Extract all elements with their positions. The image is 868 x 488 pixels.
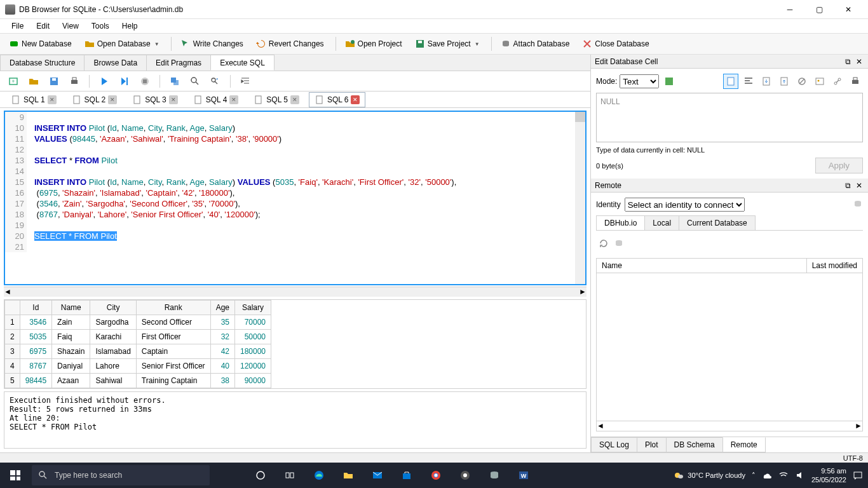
refresh-button[interactable] — [599, 238, 609, 250]
execution-log[interactable]: Execution finished without errors. Resul… — [4, 391, 587, 449]
remote-scrollbar[interactable]: ◄► — [597, 421, 862, 431]
table-row[interactable]: 25035FaiqKarachiFirst Officer3250000 — [5, 330, 271, 344]
col-rownum[interactable] — [5, 301, 20, 315]
find-button[interactable] — [187, 73, 203, 90]
bottom-tab-remote[interactable]: Remote — [722, 437, 766, 452]
new-database-button[interactable]: +New Database — [4, 37, 77, 51]
sql-tab-1[interactable]: SQL 1✕ — [5, 92, 62, 107]
menu-edit[interactable]: Edit — [30, 20, 56, 32]
results-table: Id Name City Rank Age Salary 13546ZainSa… — [4, 300, 271, 388]
save-project-button[interactable]: Save Project▼ — [410, 37, 485, 51]
open-database-button[interactable]: Open Database▼ — [79, 37, 165, 51]
table-row[interactable]: 13546ZainSargodhaSecond Officer3570000 — [5, 315, 271, 330]
panel-close-icon[interactable]: ✕ — [854, 180, 864, 191]
vertical-scrollbar[interactable] — [575, 112, 585, 284]
import-icon — [761, 76, 771, 86]
col-age[interactable]: Age — [210, 301, 234, 315]
tab-edit-pragmas[interactable]: Edit Pragmas — [146, 55, 211, 71]
close-database-button[interactable]: Close Database — [577, 37, 654, 51]
identity-select[interactable]: Select an identity to connect — [625, 198, 745, 212]
open-external-button[interactable] — [830, 74, 845, 89]
sql-tab-3[interactable]: SQL 3✕ — [126, 92, 184, 107]
col-salary[interactable]: Salary — [234, 301, 271, 315]
run-button[interactable] — [96, 73, 112, 90]
col-modified[interactable]: Last modified — [807, 259, 862, 273]
col-id[interactable]: Id — [20, 301, 51, 315]
autoformat-button[interactable] — [661, 74, 677, 89]
close-db-icon — [582, 39, 592, 49]
table-row[interactable]: 598445AzaanSahiwalTraining Captain389000… — [5, 374, 271, 388]
col-name[interactable]: Name — [597, 259, 807, 273]
export-button[interactable] — [776, 74, 792, 89]
sql-tab-5[interactable]: SQL 5✕ — [248, 92, 305, 107]
attach-database-button[interactable]: Attach Database — [496, 37, 575, 51]
remote-tab-dbhub[interactable]: DBHub.io — [596, 215, 645, 230]
chevron-down-icon[interactable]: ▼ — [475, 41, 480, 47]
tab-close-icon[interactable]: ✕ — [108, 95, 117, 104]
stop-button[interactable] — [137, 73, 153, 90]
open-project-button[interactable]: Open Project — [340, 37, 407, 51]
bottom-tab-sqllog[interactable]: SQL Log — [591, 437, 637, 452]
sql-editor[interactable]: 9101112131415161718192021 INSERT INTO Pi… — [4, 111, 587, 285]
chevron-down-icon[interactable]: ▼ — [154, 41, 159, 47]
table-row[interactable]: 36975ShazainIslamabadCaptain42180000 — [5, 344, 271, 359]
write-changes-button[interactable]: Write Changes — [175, 37, 248, 51]
tab-close-icon[interactable]: ✕ — [169, 95, 178, 104]
erase-button[interactable] — [812, 74, 827, 89]
print-button[interactable] — [66, 73, 83, 90]
editor-wrap: 9101112131415161718192021 INSERT INTO Pi… — [0, 108, 590, 297]
undock-icon[interactable]: ⧉ — [843, 180, 853, 191]
menu-tools[interactable]: Tools — [85, 20, 116, 32]
push-button[interactable] — [853, 199, 863, 211]
menu-view[interactable]: View — [56, 20, 85, 32]
cell-value-box[interactable]: NULL — [596, 93, 863, 142]
undock-icon[interactable]: ⧉ — [843, 57, 853, 67]
import-button[interactable] — [759, 74, 774, 89]
col-name[interactable]: Name — [52, 301, 90, 315]
revert-changes-button[interactable]: Revert Changes — [251, 37, 329, 51]
identity-row: Identity Select an identity to connect — [596, 198, 863, 212]
tab-db-structure[interactable]: Database Structure — [0, 55, 85, 71]
run-line-button[interactable] — [116, 73, 133, 90]
bottom-tab-dbschema[interactable]: DB Schema — [666, 437, 723, 452]
code-area[interactable]: INSERT INTO Pilot (Id, Name, City, Rank,… — [28, 112, 585, 284]
minimize-button[interactable]: ─ — [775, 0, 804, 19]
sql-tab-4[interactable]: SQL 4✕ — [187, 92, 245, 107]
horizontal-scrollbar[interactable]: ◄► — [4, 287, 587, 297]
maximize-button[interactable]: ▢ — [804, 0, 834, 19]
remote-file-list[interactable]: Name Last modified ◄► — [596, 258, 863, 431]
tab-close-icon[interactable]: ✕ — [290, 95, 299, 104]
tab-close-icon[interactable]: ✕ — [351, 95, 360, 104]
indent-button[interactable] — [237, 73, 254, 90]
col-rank[interactable]: Rank — [136, 301, 210, 315]
tab-execute-sql[interactable]: Execute SQL — [210, 55, 275, 71]
null-button[interactable] — [794, 74, 810, 89]
tab-close-icon[interactable]: ✕ — [48, 95, 57, 104]
remote-tab-current[interactable]: Current Database — [679, 215, 756, 230]
menu-file[interactable]: File — [5, 20, 30, 32]
save-sql-button[interactable] — [46, 73, 62, 90]
svg-rect-4 — [418, 41, 422, 43]
tab-close-icon[interactable]: ✕ — [229, 95, 238, 104]
col-city[interactable]: City — [90, 301, 136, 315]
sql-tab-2[interactable]: SQL 2✕ — [66, 92, 123, 107]
find-replace-button[interactable] — [207, 73, 224, 90]
menu-help[interactable]: Help — [116, 20, 144, 32]
text-mode-button[interactable] — [723, 74, 738, 89]
print-cell-button[interactable] — [848, 74, 863, 89]
mode-select[interactable]: Text — [620, 74, 659, 88]
table-row[interactable]: 48767DaniyalLahoreSenior First Officer40… — [5, 359, 271, 374]
apply-button[interactable]: Apply — [815, 158, 863, 173]
bottom-tab-plot[interactable]: Plot — [637, 437, 667, 452]
sql-tab-6[interactable]: SQL 6✕ — [309, 92, 366, 107]
close-button[interactable]: ✕ — [834, 0, 863, 19]
save-results-button[interactable] — [166, 73, 183, 90]
clone-button[interactable] — [614, 238, 624, 250]
remote-tab-local[interactable]: Local — [644, 215, 679, 230]
rtl-button[interactable] — [741, 74, 756, 89]
results-grid[interactable]: Id Name City Rank Age Salary 13546ZainSa… — [4, 299, 587, 389]
open-sql-button[interactable] — [25, 73, 42, 90]
new-tab-button[interactable]: + — [5, 73, 22, 90]
panel-close-icon[interactable]: ✕ — [854, 57, 864, 67]
tab-browse-data[interactable]: Browse Data — [84, 55, 147, 71]
